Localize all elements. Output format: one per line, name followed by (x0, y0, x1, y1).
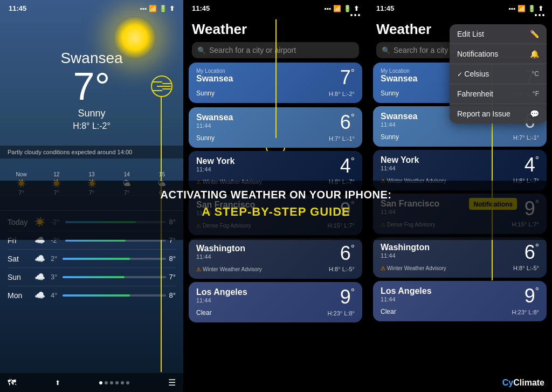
card-washington-3[interactable]: Washington 11:44 6° ⚠ Winter Weather Adv… (373, 237, 547, 278)
day-sat: Sat ☁️ 2° 8° (8, 250, 176, 268)
card-hilo-myloc: H:8° L:-2° (329, 91, 355, 97)
panel-2: 11:45 ▪▪▪ 📶 🔋 ⬆ Weather 🔍 Search for a c… (183, 0, 368, 392)
wifi-icon: 📶 (149, 5, 157, 12)
p1-hilo: H:8° L:-2° (0, 121, 183, 131)
battery-3: 🔋 (528, 5, 536, 12)
status-icons-3: ▪▪▪ 📶 🔋 ⬆ (508, 5, 543, 12)
location-2: ⬆ (354, 5, 359, 12)
status-bar-3: 11:45 ▪▪▪ 📶 🔋 ⬆ (368, 0, 552, 15)
location-icon: ⬆ (169, 5, 175, 12)
wifi-2: 📶 (333, 5, 341, 12)
arrow-line-1 (161, 97, 162, 372)
card-sanfrancisco-3[interactable]: San Francisco 11:44 9° ⚠ Dense Fog Advis… (373, 194, 547, 234)
battery-icon: 🔋 (159, 5, 167, 12)
warning-icon: ⚠ (196, 179, 201, 185)
wifi-3: 📶 (518, 5, 526, 12)
signal-3: ▪▪▪ (508, 5, 515, 12)
more-button-2[interactable] (350, 14, 360, 16)
day-fri: Fri ☁️ -2° 7° (8, 231, 176, 250)
card-losangeles-3[interactable]: Los Angeles 11:44 9° Clear H:23° L:8° (373, 281, 547, 321)
panel-3: 11:45 ▪▪▪ 📶 🔋 ⬆ Weather 🔍 Search for a c… (368, 0, 552, 392)
hour-now: Now ☀️ 7° (4, 171, 38, 196)
search-placeholder-2: Search for a city or airport (209, 46, 296, 54)
status-bar-1: 11:45 ▪▪▪ 📶 🔋 ⬆ (0, 0, 183, 15)
location-3: ⬆ (538, 5, 543, 12)
notifications-icon: 🔔 (530, 50, 539, 58)
time-3: 11:45 (376, 4, 394, 12)
hour-15: 15 🌥 6° (145, 171, 179, 196)
three-dots-2 (350, 14, 360, 16)
list-icon[interactable] (151, 75, 172, 97)
p1-city: Swansea (0, 44, 183, 67)
divider (0, 210, 183, 211)
fahrenheit-unit: °F (533, 90, 539, 98)
card-condition-sunny: Sunny (196, 90, 215, 97)
hour-13: 13 ☀️ 7° (74, 171, 108, 196)
hour-12: 12 ☀️ 7° (39, 171, 73, 196)
location-arrow-icon: ⬆ (55, 379, 60, 387)
arrow-line-p2 (275, 19, 277, 138)
card-temp-myloc: 7° (340, 68, 355, 87)
time-2: 11:45 (192, 4, 210, 12)
map-icon[interactable]: 🗺 (8, 378, 16, 388)
time-1: 11:45 (9, 4, 26, 12)
menu-celsius[interactable]: ✓ Celsius °C (450, 64, 547, 84)
branding: CyClimate (502, 378, 544, 388)
battery-2: 🔋 (343, 5, 351, 12)
page-dots (99, 381, 129, 384)
card-newyork-3[interactable]: New York 11:44 4° ⚠ Winter Weather Advis… (373, 150, 547, 190)
day-sun: Sun ☁️ 3° 7° (8, 268, 176, 286)
list-menu-icon[interactable]: ☰ (168, 377, 176, 388)
more-button-3[interactable] (535, 14, 544, 16)
menu-fahrenheit[interactable]: Fahrenheit °F (450, 84, 547, 104)
signal-2: ▪▪▪ (324, 5, 331, 12)
day-mon: Mon ☁️ 4° 8° (8, 286, 176, 304)
search-icon-2: 🔍 (197, 46, 206, 54)
status-icons-1: ▪▪▪ 📶 🔋 ⬆ (140, 5, 175, 12)
search-icon-3: 🔍 (382, 46, 390, 54)
brand-climate: Climate (513, 378, 544, 387)
card-washington-2[interactable]: Washington 11:44 6° ⚠ Winter Weather Adv… (189, 238, 362, 279)
panel-1: 11:45 ▪▪▪ 📶 🔋 ⬆ Swansea 7° Sunny H:8° L:… (0, 0, 183, 392)
brand-cy: Cy (502, 378, 513, 387)
menu-report[interactable]: Report an Issue 💬 (450, 104, 547, 123)
hour-14: 14 🌥 7° (110, 171, 144, 196)
hourly-forecast: Now ☀️ 7° 12 ☀️ 7° 13 ☀️ 7° 14 🌥 7° 15 (0, 167, 183, 200)
p1-condition: Sunny (0, 108, 183, 119)
card-sanfrancisco-2[interactable]: San Francisco 11:44 9° ⚠ Dense Fog Advis… (189, 195, 362, 235)
report-icon: 💬 (530, 109, 539, 118)
status-icons-2: ▪▪▪ 📶 🔋 ⬆ (324, 5, 359, 12)
celsius-unit: °C (532, 70, 539, 78)
sun-graphic (113, 16, 156, 59)
signal-icon: ▪▪▪ (140, 5, 147, 12)
menu-edit-list[interactable]: Edit List ✏️ (450, 24, 547, 44)
card-city-swansea: Swansea (196, 74, 233, 84)
card-newyork-2[interactable]: New York 11:44 4° ⚠ Winter Weather Advis… (189, 151, 362, 191)
partly-cloudy-text: Partly cloudy conditions expected around… (0, 146, 183, 159)
daily-forecast: Today ☀️ -2° 8° Fri ☁️ -2° 7° Sat ☁️ (0, 213, 183, 304)
notifications-highlight: Notifications (469, 198, 517, 210)
status-bar-2: 11:45 ▪▪▪ 📶 🔋 ⬆ (183, 0, 368, 15)
menu-notifications[interactable]: Notifications 🔔 (450, 44, 547, 64)
day-today: Today ☀️ -2° 8° (8, 213, 176, 231)
bottom-bar-1: 🗺 ⬆ ☰ (0, 373, 183, 392)
edit-icon: ✏️ (530, 30, 539, 38)
three-dots-3 (535, 14, 544, 16)
card-losangeles-2[interactable]: Los Angeles 11:44 9° Clear H:23° L:8° (189, 282, 362, 322)
my-location-label: My Location (196, 68, 233, 74)
context-menu: Edit List ✏️ Notifications 🔔 ✓ Celsius °… (450, 24, 547, 123)
checkmark-celsius: ✓ (457, 71, 464, 78)
